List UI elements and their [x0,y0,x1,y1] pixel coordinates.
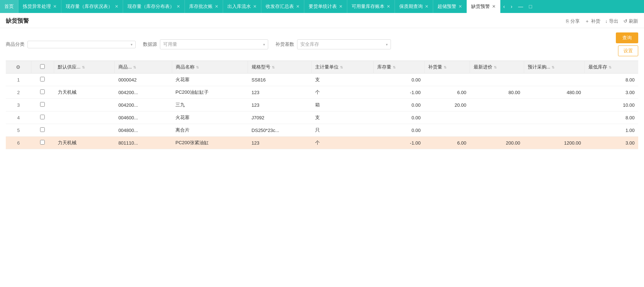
th-latest-price[interactable]: 最新进价 ⇅ [470,61,524,74]
th-check[interactable] [31,61,54,74]
tab-chaohuo-close[interactable]: ✕ [458,4,462,9]
tab-quehuo[interactable]: 缺货预警 ✕ [467,0,500,13]
cell-replenish: 6.00 [424,137,470,149]
cell-supplier [54,74,115,86]
page-container: 缺货预警 ⎘ 分享 ＋ 补货 ↓ 导出 ↺ 刷新 商品分类 [0,13,644,287]
cell-supplier: 力天机械 [54,86,115,99]
tab-yaohuo-close[interactable]: ✕ [339,4,343,9]
tab-chaohuo[interactable]: 超储预警 ✕ [433,0,467,13]
cell-check[interactable] [31,74,54,86]
tab-xianzun-dist-close[interactable]: ✕ [177,4,180,9]
share-button[interactable]: ⎘ 分享 [566,18,580,25]
tab-quehuo-label: 缺货预警 [471,3,490,10]
cell-check[interactable] [31,111,54,124]
filter-right-actions: 查询 设置 [616,32,638,56]
table-gear-icon[interactable]: ⚙ [16,64,21,70]
table-row[interactable]: 4 004600... 火花塞 J7092 支 0.00 8.00 [6,111,638,124]
tab-maximize-btn[interactable]: □ [526,0,535,13]
cell-min-stock: 8.00 [584,111,638,124]
cell-check[interactable] [31,86,54,99]
th-min-stock[interactable]: 最低库存 ⇅ [584,61,638,74]
cell-latest-price [470,124,524,137]
table-row[interactable]: 6 力天机械 801110... PC200张紧油缸 123 个 -1.00 6… [6,137,638,149]
row-checkbox[interactable] [40,140,45,145]
tab-shoufa-close[interactable]: ✕ [296,4,300,9]
tab-home-label: 首页 [4,3,14,10]
cell-supplier: 力天机械 [54,137,115,149]
cell-supplier [54,99,115,111]
refresh-button[interactable]: ↺ 刷新 [623,18,638,25]
tab-shoufa[interactable]: 收发存汇总表 ✕ [261,0,304,13]
cell-estimated-purchase [524,99,584,111]
row-checkbox[interactable] [40,89,45,94]
th-supplier[interactable]: 默认供应... ⇅ [54,61,115,74]
tab-prev-btn[interactable]: ‹ [500,0,508,13]
cell-num: 1 [6,74,31,86]
tab-baozhi[interactable]: 保质期查询 ✕ [395,0,433,13]
tab-inout-close[interactable]: ✕ [253,4,257,9]
table-row[interactable]: 2 力天机械 004200... PC200油缸缸子 123 个 -1.00 6… [6,86,638,99]
th-name[interactable]: 商品名称 ⇅ [172,61,248,74]
tab-yaohuo[interactable]: 要货单统计表 ✕ [304,0,347,13]
tab-baozhi-close[interactable]: ✕ [425,4,428,9]
tab-lian-huo-close[interactable]: ✕ [53,4,57,9]
cell-replenish [424,124,470,137]
export-button[interactable]: ↓ 导出 [605,18,619,25]
tab-inout[interactable]: 出入库流水 ✕ [223,0,261,13]
tab-batch-close[interactable]: ✕ [215,4,218,9]
th-estimated-purchase[interactable]: 预计采购... ⇅ [524,61,584,74]
th-spec[interactable]: 规格型号 ⇅ [248,61,312,74]
row-checkbox[interactable] [40,127,45,132]
th-unit[interactable]: 主计量单位 ⇅ [312,61,374,74]
tab-quehuo-close[interactable]: ✕ [492,4,496,9]
th-settings[interactable]: ⚙ [6,61,31,74]
select-all-checkbox[interactable] [40,64,45,69]
tab-xianzun-status[interactable]: 现存量（库存状况表） ✕ [61,0,123,13]
cell-num: 4 [6,111,31,124]
query-button[interactable]: 查询 [616,32,638,43]
tab-xianzun-dist[interactable]: 现存量（库存分布表） ✕ [123,0,185,13]
settings-button[interactable]: 设置 [618,45,638,56]
data-source-select[interactable]: 可用量 ▾ [160,39,268,49]
cell-stock: -1.00 [374,137,425,149]
data-source-arrow-icon: ▾ [263,43,265,47]
th-code[interactable]: 商品... ⇅ [115,61,172,74]
row-checkbox[interactable] [40,115,45,119]
replenish-button[interactable]: ＋ 补货 [585,18,600,25]
tab-shoufa-label: 收发存汇总表 [266,3,294,10]
th-supplier-label: 默认供应... [58,64,80,70]
table-row[interactable]: 5 004800... 离合片 DS250*23c... 只 0.00 1.00 [6,124,638,137]
cell-unit: 只 [312,124,374,137]
commodity-class-select[interactable]: ▾ [27,41,136,48]
tab-baozhi-label: 保质期查询 [399,3,423,10]
tab-home[interactable]: 首页 [0,0,18,13]
cell-check[interactable] [31,99,54,111]
row-checkbox[interactable] [40,102,45,107]
tab-batch[interactable]: 库存批次账 ✕ [185,0,223,13]
tab-minimize-btn[interactable]: — [515,0,526,13]
cell-min-stock: 3.00 [584,137,638,149]
tab-batch-label: 库存批次账 [189,3,213,10]
replenish-base-select[interactable]: 安全库存 ▾ [297,39,391,49]
tab-keyong-label: 可用量库存账本 [352,3,384,10]
commodity-class-arrow-icon: ▾ [131,43,132,47]
cell-check[interactable] [31,124,54,137]
table-row[interactable]: 1 0000042 火花塞 SS816 支 0.00 8.00 [6,74,638,86]
cell-stock: -1.00 [374,86,425,99]
tab-next-btn[interactable]: › [508,0,515,13]
cell-estimated-purchase: 480.00 [524,86,584,99]
table-row[interactable]: 3 004200... 三九 123 箱 0.00 20.00 10.00 [6,99,638,111]
data-source-group: 数据源 可用量 ▾ [143,39,268,49]
tab-keyong-close[interactable]: ✕ [387,4,390,9]
th-replenish[interactable]: 补货量 ⇅ [424,61,470,74]
tab-lian-huo[interactable]: 拣货异常处理 ✕ [18,0,61,13]
row-checkbox[interactable] [40,77,45,81]
cell-check[interactable] [31,137,54,149]
replenish-base-group: 补货基数 安全库存 ▾ [275,39,391,49]
th-stock[interactable]: 库存量 ⇅ [374,61,425,74]
page-header: 缺货预警 ⎘ 分享 ＋ 补货 ↓ 导出 ↺ 刷新 [0,13,644,28]
tab-keyong[interactable]: 可用量库存账本 ✕ [347,0,395,13]
cell-latest-price [470,111,524,124]
tab-xianzun-dist-label: 现存量（库存分布表） [127,3,174,10]
tab-xianzun-status-close[interactable]: ✕ [115,4,118,9]
